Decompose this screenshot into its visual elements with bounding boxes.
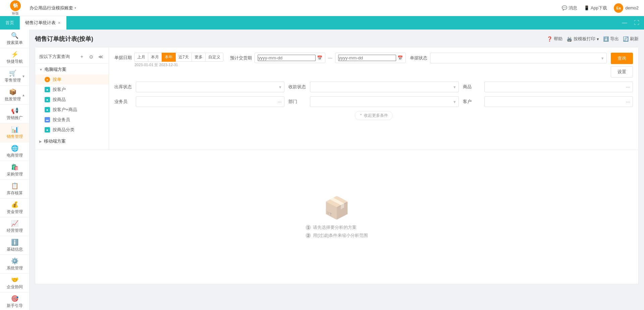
pc-schemes-header[interactable]: ▼ 电脑端方案 [35,64,109,74]
mobile-schemes-header[interactable]: ▶ 移动端方案 [35,136,109,146]
bill-status-label: 单据状态 [410,55,427,61]
data-area: 📦 1 请先选择要分析的方案 2 用[过滤]条件来缩小分析范围 [35,150,639,284]
scheme-item-by-product-category[interactable]: ■ 按商品分类 [35,125,109,135]
by-salesperson-icon: ▬ [45,117,50,122]
tabbar: 首页 销售订单统计表 ✕ — ⛶ [0,16,644,30]
delivery-status-label: 出库状态 [114,84,133,90]
page-actions: ❓ 帮助 🖨️ 按模板打印 ▾ ⬇️ 导出 🔄 刷新 [547,36,639,42]
user-menu-btn[interactable]: Ea demo2 [614,3,639,13]
date-btn-custom[interactable]: 自定义 [205,53,223,62]
topbar: 畅 标版 办公用品行业模拟账套 ▾ 💬 消息 📱 App下载 Ea demo2 [0,0,644,16]
product-input[interactable]: ··· [484,82,633,92]
collapse-arrow-icon: ⌃ [359,113,363,118]
print-btn[interactable]: 🖨️ 按模板打印 ▾ [567,36,599,42]
sidebar-item-quick-nav[interactable]: ⚡ 快捷导航 [0,48,29,67]
salesperson-more-icon[interactable]: ··· [278,99,282,104]
sidebar-item-finance-mgmt[interactable]: 💰 资金管理 [0,199,29,217]
scheme-item-by-customer[interactable]: ■ 按客户 [35,85,109,95]
user-avatar: Ea [614,3,623,13]
new-guide-icon: 🎯 [11,295,18,302]
expand-icon[interactable]: ⛶ [632,18,641,28]
marketing-icon: 📢 [11,107,18,114]
filter-area: 单据日期 上月 本月 本年 近7天 更多 自定义 2023-01-01 至 20… [109,47,638,150]
main-content: 销售订单统计表(按单) ❓ 帮助 🖨️ 按模板打印 ▾ ⬇️ 导出 🔄 刷新 [30,30,644,310]
receipt-status-label: 收款状态 [288,84,307,90]
scheme-settings-btn[interactable]: ⊙ [87,53,95,61]
scheme-panel: 按以下方案查询 ＋ ⊙ ≪ ▼ 电脑端方案 ● 按单 [35,47,109,150]
customer-more-icon[interactable]: ··· [626,99,630,104]
sidebar-item-basic-info[interactable]: ℹ️ 基础信息 [0,236,29,255]
sidebar: 🔍 搜索菜单 ⚡ 快捷导航 🛒 零售管理 ▼ 📦 批发管理 ▲ 📢 营销推广 [0,30,30,310]
date-btn-more[interactable]: 更多 [192,53,206,62]
date-btn-last-7-days[interactable]: 近7天 [175,53,192,62]
sidebar-item-search-menu[interactable]: 🔍 搜索菜单 [0,30,29,48]
message-btn[interactable]: 💬 消息 [562,5,577,11]
by-product-icon: ■ [45,97,50,102]
export-icon: ⬇️ [603,36,609,42]
export-btn[interactable]: ⬇️ 导出 [603,36,619,42]
sales-mgmt-icon: 📊 [11,126,18,133]
scheme-panel-title: 按以下方案查询 [39,54,70,60]
logo-subtitle: 标版 [12,11,19,16]
help-btn[interactable]: ❓ 帮助 [547,36,562,42]
date-start-input[interactable]: 📅 [255,53,325,63]
ecommerce-icon: 🌐 [11,145,18,152]
sidebar-item-enterprise-collab[interactable]: 🤝 企业协同 [0,274,29,293]
collapse-btn[interactable]: ⌃ 收起更多条件 [355,111,392,120]
scheme-item-by-product[interactable]: ■ 按商品 [35,95,109,105]
sidebar-item-retail-mgmt[interactable]: 🛒 零售管理 ▼ [0,67,29,86]
date-btn-this-year[interactable]: 本年 [162,53,176,62]
logo-icon: 畅 [10,0,21,11]
date-btn-last-month[interactable]: 上月 [134,53,148,62]
scheme-item-by-order[interactable]: ● 按单 [35,74,109,85]
settings-button[interactable]: 设置 [611,66,633,78]
delivery-status-select[interactable]: ▾ [136,82,284,92]
sidebar-item-ops-mgmt[interactable]: 📈 经营管理 [0,217,29,236]
quick-nav-icon: ⚡ [11,51,18,58]
sidebar-item-sys-mgmt[interactable]: ⚙️ 系统管理 [0,255,29,274]
app-logo[interactable]: 畅 标版 [5,0,25,16]
salesperson-input[interactable]: ··· [136,96,284,107]
date-btn-this-month[interactable]: 本月 [148,53,162,62]
sidebar-item-marketing[interactable]: 📢 营销推广 [0,105,29,123]
minimize-icon[interactable]: — [620,18,629,28]
query-button[interactable]: 查询 [611,53,633,64]
purchase-icon: 🛍️ [11,163,18,171]
sidebar-item-inventory[interactable]: 📋 库存核算 [0,180,29,199]
app-download-btn[interactable]: 📱 App下载 [584,5,607,11]
empty-state: 📦 1 请先选择要分析的方案 2 用[过滤]条件来缩小分析范围 [299,175,374,259]
refresh-btn[interactable]: 🔄 刷新 [623,36,639,42]
bill-status-select[interactable]: ▾ [430,53,607,63]
sidebar-item-new-guide[interactable]: 🎯 新手引导 [0,293,29,310]
sidebar-item-ecommerce-mgmt[interactable]: 🌐 电商管理 [0,142,29,161]
filter-cell-delivery-status: 出库状态 ▾ [114,82,284,92]
by-customer-product-icon: ■ [45,107,50,112]
date-end-input[interactable]: 📅 [335,53,406,63]
scheme-collapse-btn[interactable]: ≪ [97,53,105,61]
sidebar-item-sales-mgmt[interactable]: 📊 销售管理 [0,123,29,142]
customer-input[interactable]: ··· [484,96,633,107]
sidebar-item-wholesale-mgmt[interactable]: 📦 批发管理 ▲ [0,86,29,105]
tab-home[interactable]: 首页 [0,16,20,30]
bill-date-label: 单据日期 [114,53,132,61]
filter-cell-customer: 客户 ··· [463,96,633,107]
search-menu-icon: 🔍 [11,32,18,39]
customer-label: 客户 [463,99,482,105]
sidebar-item-purchase-mgmt[interactable]: 🛍️ 采购管理 [0,161,29,180]
receipt-status-select[interactable]: ▾ [310,82,459,92]
product-more-icon[interactable]: ··· [626,84,630,90]
wholesale-mgmt-icon: 📦 [9,88,16,96]
scheme-item-by-customer-product[interactable]: ■ 按客户+商品 [35,105,109,115]
tab-sales-order-stat[interactable]: 销售订单统计表 ✕ [20,16,66,30]
retail-mgmt-icon: 🛒 [9,69,16,77]
print-dropdown-icon: ▾ [597,37,599,42]
finance-icon: 💰 [11,201,18,208]
title-dropdown-icon: ▾ [74,6,76,10]
filter-cell-department: 部门 ▾ [288,96,459,107]
app-title[interactable]: 办公用品行业模拟账套 ▾ [30,5,76,11]
scheme-item-by-salesperson[interactable]: ▬ 按业务员 [35,115,109,125]
scheme-add-btn[interactable]: ＋ [78,53,86,61]
tab-close-icon[interactable]: ✕ [58,21,61,25]
department-select[interactable]: ▾ [310,96,459,107]
date-shortcuts: 上月 本月 本年 近7天 更多 自定义 [135,53,223,62]
